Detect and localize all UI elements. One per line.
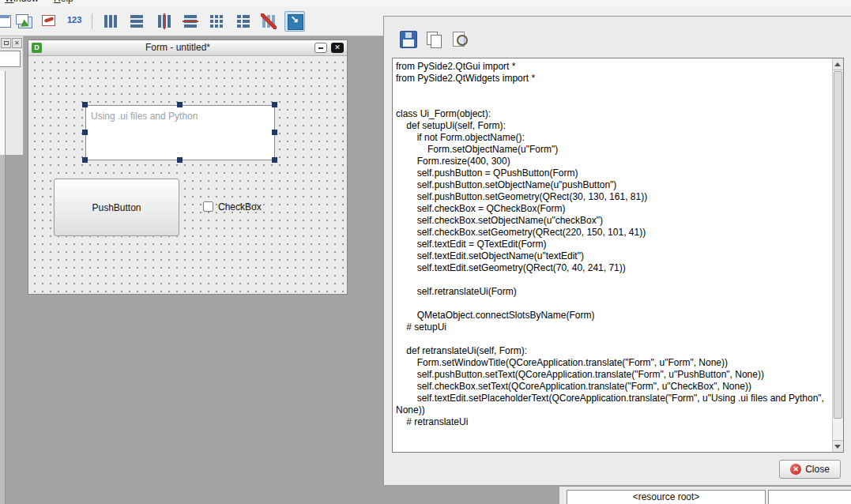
pushbutton-widget[interactable]: PushButton <box>54 179 179 236</box>
selection-handle-top-right[interactable] <box>272 102 277 107</box>
checkbox-label: CheckBox <box>218 201 262 213</box>
close-dialog-button[interactable]: Close <box>779 460 841 479</box>
toolbar-separator <box>92 13 92 29</box>
menubar-items: Window Help <box>0 0 851 4</box>
layout-horizontal-splitter-icon[interactable] <box>155 11 175 32</box>
textedit-placeholder: Using .ui files and Python <box>91 111 198 122</box>
form-window-titlebar[interactable]: D Form - untitled* <box>28 40 347 56</box>
menu-window[interactable]: Window <box>5 0 39 4</box>
close-button-label: Close <box>805 464 830 475</box>
break-layout-icon[interactable] <box>259 11 280 32</box>
resource-browser: <resource root> <box>559 486 851 504</box>
find-icon[interactable] <box>451 31 469 48</box>
form-window-title: Form - untitled* <box>44 42 311 53</box>
code-text[interactable]: from PySide2.QtGui import * from PySide2… <box>393 58 832 452</box>
edit-buddies-icon[interactable] <box>40 11 60 32</box>
textedit-widget[interactable]: Using .ui files and Python <box>85 105 275 160</box>
layout-vertical-icon[interactable] <box>127 11 148 32</box>
qt-designer-window: Window Help 123 D Form - untitled* <box>0 0 851 504</box>
selection-handle-bottom-right[interactable] <box>272 157 277 163</box>
float-icon <box>4 41 9 45</box>
checkbox-widget[interactable]: CheckBox <box>203 201 290 213</box>
adjust-size-icon[interactable] <box>284 11 305 32</box>
selection-handle-bottom-center[interactable] <box>177 157 183 163</box>
widget-box-dock <box>0 36 24 155</box>
selection-handle-middle-right[interactable] <box>272 130 277 135</box>
selection-handle-bottom-left[interactable] <box>82 157 88 163</box>
copy-icon[interactable] <box>425 31 442 48</box>
selection-handle-middle-left[interactable] <box>82 130 88 135</box>
menubar: Window Help <box>0 0 851 6</box>
scroll-up-button[interactable] <box>833 58 843 70</box>
layout-vertical-splitter-icon[interactable] <box>181 11 201 32</box>
dock-float-button[interactable] <box>1 38 11 48</box>
dock-close-button[interactable] <box>12 38 22 48</box>
resource-root-item[interactable]: <resource root> <box>567 490 766 504</box>
minimize-button[interactable] <box>314 43 327 53</box>
layout-horizontal-icon[interactable] <box>101 11 122 32</box>
checkbox-indicator <box>203 201 213 212</box>
edit-signals-slots-icon[interactable] <box>14 11 35 32</box>
form-canvas[interactable]: Using .ui files and Python PushButton Ch… <box>28 56 347 294</box>
form-designer-window: D Form - untitled* Using .ui files and P… <box>28 39 348 295</box>
edit-tab-order-icon[interactable]: 123 <box>65 11 85 32</box>
widget-filter-input[interactable] <box>0 51 21 67</box>
menu-help[interactable]: Help <box>54 0 73 4</box>
tab-order-label: 123 <box>67 15 81 24</box>
selection-handle-top-center[interactable] <box>177 102 183 107</box>
selection-handle-top-left[interactable] <box>82 102 88 107</box>
code-view: from PySide2.QtGui import * from PySide2… <box>392 58 844 453</box>
left-panel-strip-lower <box>0 155 6 504</box>
vertical-scrollbar[interactable] <box>832 58 843 452</box>
close-window-button[interactable] <box>331 43 344 53</box>
save-icon[interactable] <box>400 31 417 48</box>
resource-browser-column <box>768 490 851 504</box>
layout-form-icon[interactable] <box>234 11 254 32</box>
designer-form-icon: D <box>32 43 42 53</box>
scroll-down-button[interactable] <box>833 440 843 452</box>
edit-widgets-icon[interactable] <box>0 11 14 32</box>
left-panel-strip <box>0 71 6 155</box>
resource-root-label: <resource root> <box>633 491 700 502</box>
scrollbar-thumb[interactable] <box>834 71 842 419</box>
close-circle-icon <box>790 464 801 475</box>
code-viewer-dialog: from PySide2.QtGui import * from PySide2… <box>383 16 851 486</box>
layout-grid-icon[interactable] <box>207 11 228 32</box>
